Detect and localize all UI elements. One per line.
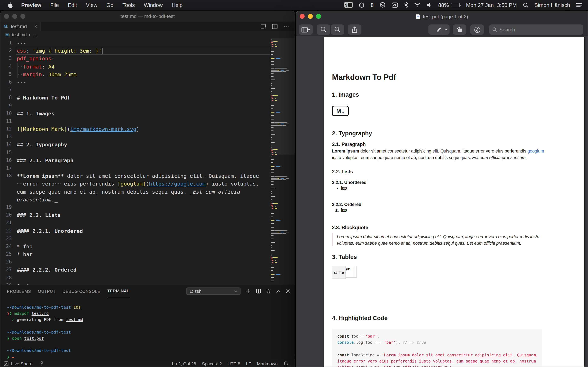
more-actions-icon[interactable]: ··· (283, 23, 290, 30)
editor-line[interactable]: 23 (0, 235, 271, 242)
tab-close-icon[interactable]: × (34, 24, 37, 29)
editor-line[interactable]: 19 (0, 203, 271, 211)
menu-item-edit[interactable]: Edit (63, 2, 81, 8)
panel-tab-debug-console[interactable]: DEBUG CONSOLE (63, 285, 100, 297)
spotlight-icon[interactable] (523, 2, 528, 8)
editor-line[interactable]: 1--- (0, 39, 271, 47)
dollar-widget-icon[interactable]: $ (344, 2, 353, 8)
editor-line[interactable]: 2css: 'img { height: 3em; }' (0, 47, 271, 55)
zoom-in-button[interactable] (331, 25, 344, 35)
editor-line[interactable]: 20### 2.2. Lists (0, 211, 271, 219)
editor-scrollbar-slider[interactable] (271, 38, 295, 155)
editor-line[interactable]: 4··format: A4 (0, 63, 271, 70)
menu-item-tools[interactable]: Tools (118, 2, 139, 8)
editor-line[interactable]: 18**Lorem ipsum** dolor sit amet consect… (0, 172, 271, 180)
split-editor-icon[interactable] (272, 24, 278, 29)
user-menu[interactable]: Simon Hänisch (534, 2, 570, 8)
menu-item-file[interactable]: File (46, 2, 63, 8)
active-app-menu[interactable]: Preview (17, 2, 46, 8)
preview-content[interactable]: Markdown To Pdf 1. Images M↓ 2. Typograp… (296, 35, 588, 367)
editor-line[interactable]: 10## 1. Images (0, 109, 271, 117)
editor-line[interactable]: eum saepe quae nemo et ab, nostrum debit… (0, 188, 271, 196)
editor-line[interactable]: 21 (0, 219, 271, 227)
status-item[interactable]: Spaces: 2 (202, 361, 222, 366)
editor-line[interactable]: ~~error vero~~ eius perferendis [googlum… (0, 180, 271, 188)
bluetooth-icon[interactable] (404, 2, 408, 8)
editor-line[interactable]: 27#### 2.2.2. Ordered (0, 266, 271, 274)
status-item[interactable]: UTF-8 (227, 361, 240, 366)
editor-line[interactable]: 291. foo (0, 282, 271, 285)
open-preview-side-icon[interactable] (260, 24, 266, 29)
minimize-window-button[interactable] (12, 14, 17, 19)
menu-item-help[interactable]: Help (167, 2, 187, 8)
battery-indicator[interactable]: 88% (438, 2, 460, 8)
zoom-window-button[interactable] (20, 14, 25, 19)
new-terminal-icon[interactable] (246, 289, 251, 294)
editor-line[interactable]: 5··margin: 30mm 25mm (0, 71, 271, 78)
search-field[interactable]: Search (489, 25, 583, 35)
vpn-circle-icon[interactable] (380, 2, 385, 8)
maximize-panel-icon[interactable] (276, 290, 281, 292)
editor-line[interactable]: 7 (0, 86, 271, 94)
editor-line[interactable]: praesentium._ (0, 196, 271, 203)
menu-clock[interactable]: Mon 27 Jan 3:50 PM (466, 2, 517, 8)
status-item[interactable]: Ln 2, Col 28 (172, 361, 196, 366)
annotate-pen-button[interactable] (470, 25, 484, 35)
volume-icon[interactable] (427, 2, 432, 7)
zoom-out-button[interactable] (317, 25, 330, 35)
view-options-button[interactable] (299, 25, 313, 35)
editor-line[interactable]: 28 (0, 274, 271, 282)
uebersicht-icon[interactable]: ü (370, 2, 374, 8)
editor-line[interactable]: 3pdf_options: (0, 55, 271, 63)
account-icon[interactable] (40, 361, 43, 366)
status-item[interactable]: LF (246, 361, 251, 366)
tab-test-md[interactable]: M↓ test.md × (0, 22, 41, 31)
close-window-button[interactable] (4, 14, 9, 19)
editor-line[interactable]: 26 (0, 258, 271, 266)
editor-line[interactable]: 12![Markdown Mark](img/markdown-mark.svg… (0, 125, 271, 133)
preview-header[interactable]: test.pdf (page 1 of 2) (296, 11, 588, 35)
editor-line[interactable]: 11 (0, 117, 271, 125)
status-item[interactable]: Markdown (257, 361, 278, 366)
close-panel-icon[interactable] (286, 289, 290, 293)
circle-icon[interactable] (359, 2, 364, 8)
editor-lines[interactable]: 1---2css: 'img { height: 3em; }'3pdf_opt… (0, 39, 271, 285)
terminal-line: ❯ open test.pdf (7, 335, 83, 341)
vscode-titlebar[interactable]: test.md — md-to-pdf-test (0, 11, 295, 22)
editor-line[interactable]: 24* foo (0, 243, 271, 250)
panel-tab-output[interactable]: OUTPUT (38, 285, 56, 297)
menu-list-icon[interactable] (576, 3, 582, 7)
share-button[interactable] (348, 25, 361, 35)
breadcrumb[interactable]: M↓ test.md › … (0, 31, 295, 38)
rotate-button[interactable] (453, 25, 466, 35)
editor-line[interactable]: 14## 2. Typography (0, 141, 271, 149)
terminal-output[interactable]: ~/Downloads/md-to-pdf-test 10s❯❯ md2pdf … (7, 304, 83, 360)
editor-line[interactable]: 25* bar (0, 250, 271, 258)
wifi-icon[interactable] (414, 2, 421, 7)
editor-area[interactable]: 1---2css: 'img { height: 3em; }'3pdf_opt… (0, 38, 295, 285)
breadcrumb-file[interactable]: test.md (12, 32, 27, 37)
breadcrumb-more[interactable]: … (32, 32, 37, 37)
terminal-shell-select[interactable]: 1: zsh (186, 287, 241, 295)
panel-tab-terminal[interactable]: TERMINAL (107, 285, 130, 297)
live-share-label[interactable]: Live Share (11, 361, 33, 366)
editor-line[interactable]: 13 (0, 133, 271, 141)
editor-line[interactable]: 9 (0, 102, 271, 109)
split-terminal-icon[interactable] (256, 289, 261, 294)
editor-line[interactable]: 6--- (0, 78, 271, 86)
panel-tab-problems[interactable]: PROBLEMS (7, 285, 31, 297)
menu-item-view[interactable]: View (81, 2, 102, 8)
apple-menu-icon[interactable] (0, 2, 17, 8)
markup-pen-button[interactable] (428, 25, 450, 35)
notifications-bell-icon[interactable] (283, 361, 288, 366)
kill-terminal-icon[interactable] (266, 289, 271, 294)
editor-line[interactable]: 8# Markdown To Pdf (0, 94, 271, 102)
live-share-icon[interactable] (4, 361, 9, 366)
editor-line[interactable]: 16### 2.1. Paragraph (0, 157, 271, 164)
trackpad-gesture-icon[interactable] (392, 2, 398, 8)
menu-item-go[interactable]: Go (102, 2, 118, 8)
menu-item-window[interactable]: Window (139, 2, 167, 8)
editor-line[interactable]: 17 (0, 164, 271, 172)
editor-line[interactable]: 22#### 2.2.1. Unordered (0, 227, 271, 235)
editor-line[interactable]: 15 (0, 149, 271, 156)
